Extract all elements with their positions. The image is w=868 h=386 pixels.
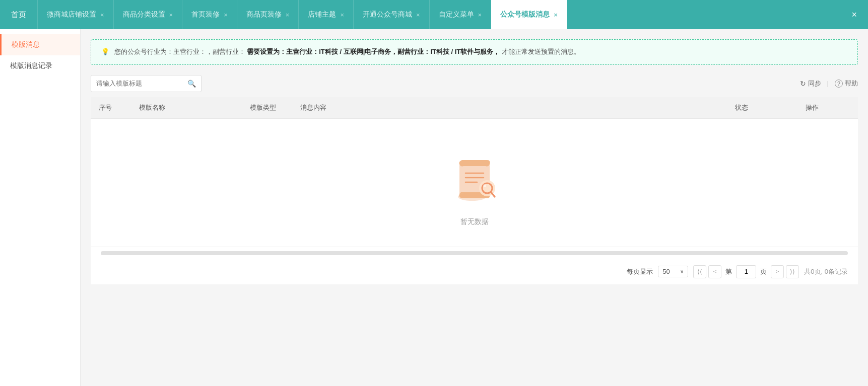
tab-store-theme[interactable]: 店铺主题 × (299, 0, 354, 29)
fake-scrollbar (101, 251, 848, 255)
col-header-no: 序号 (91, 97, 131, 119)
tab-home-label: 首页 (11, 10, 26, 20)
empty-text: 暂无数据 (460, 217, 489, 226)
per-page-select[interactable]: 50 ∨ (658, 266, 688, 277)
search-icon[interactable]: 🔍 (187, 80, 196, 88)
page-nav: ⟨⟨ ＜ 第 页 ＞ ⟩⟩ (693, 265, 799, 278)
empty-illustration (444, 149, 505, 209)
sidebar: 模版消息 模版消息记录 (0, 29, 81, 386)
tab-product-category[interactable]: 商品分类设置 × (114, 0, 183, 29)
tab-store-theme-close[interactable]: × (340, 11, 344, 19)
data-table: 序号 模版名称 模版类型 消息内容 状态 操作 (91, 97, 858, 247)
tab-open-mall-close[interactable]: × (416, 11, 420, 19)
tab-product-decor-label: 商品页装修 (246, 10, 282, 19)
tab-product-category-close[interactable]: × (169, 11, 173, 19)
empty-row: 暂无数据 (91, 118, 858, 247)
page-label: 第 (725, 267, 732, 276)
tab-home-decor-label: 首页装修 (191, 10, 220, 19)
sync-icon: ↻ (800, 80, 806, 88)
tab-template-msg-close[interactable]: × (554, 11, 558, 19)
tab-custom-menu-close[interactable]: × (478, 11, 482, 19)
col-header-content: 消息内容 (292, 97, 727, 119)
help-button[interactable]: ? 帮助 (835, 79, 858, 88)
col-header-name: 模版名称 (131, 97, 242, 119)
tab-product-category-label: 商品分类设置 (123, 10, 165, 19)
notice-highlight: 需要设置为：主营行业：IT科技 / 互联网|电子商务，副营行业：IT科技 / I… (247, 48, 500, 55)
total-info: 共0页, 0条记录 (804, 267, 848, 276)
tab-template-msg-label: 公众号模版消息 (500, 10, 550, 19)
table-wrapper: 序号 模版名称 模版类型 消息内容 状态 操作 (91, 97, 858, 247)
tab-open-mall-label: 开通公众号商城 (363, 10, 412, 19)
sync-button[interactable]: ↻ 同步 (800, 79, 821, 88)
tab-home-decor[interactable]: 首页装修 × (182, 0, 237, 29)
notice-icon: 💡 (101, 48, 109, 55)
sidebar-item-template-message[interactable]: 模版消息 (0, 34, 80, 55)
layout: 模版消息 模版消息记录 💡 您的公众号行业为：主营行业：，副营行业： 需要设置为… (0, 29, 868, 386)
tab-custom-menu-label: 自定义菜单 (439, 10, 474, 19)
col-header-action: 操作 (797, 97, 858, 119)
page-unit: 页 (760, 267, 767, 276)
close-all-button[interactable]: × (840, 10, 868, 20)
notice-banner: 💡 您的公众号行业为：主营行业：，副营行业： 需要设置为：主营行业：IT科技 /… (91, 39, 858, 65)
next-page-button[interactable]: ＞ (771, 265, 784, 278)
empty-state: 暂无数据 (91, 119, 858, 247)
sync-label: 同步 (808, 79, 821, 88)
scrollbar-area[interactable] (91, 247, 858, 259)
per-page-label: 每页显示 (627, 267, 653, 276)
toolbar-right: ↻ 同步 | ? 帮助 (800, 79, 858, 88)
per-page-dropdown-icon: ∨ (680, 269, 684, 274)
tab-custom-menu[interactable]: 自定义菜单 × (430, 0, 492, 29)
help-icon: ? (835, 80, 843, 88)
tab-template-msg[interactable]: 公众号模版消息 × (491, 0, 567, 29)
tab-open-mall[interactable]: 开通公众号商城 × (354, 0, 430, 29)
notice-suffix: 才能正常发送预置的消息。 (502, 48, 580, 55)
tab-store-theme-label: 店铺主题 (308, 10, 336, 19)
per-page-value: 50 (662, 268, 670, 275)
page-input[interactable] (736, 265, 756, 278)
search-input[interactable] (96, 80, 187, 87)
prev-page-button[interactable]: ＜ (708, 265, 721, 278)
last-page-button[interactable]: ⟩⟩ (786, 265, 799, 278)
tab-home[interactable]: 首页 (0, 0, 38, 29)
tab-home-decor-close[interactable]: × (224, 11, 228, 19)
pagination: 每页显示 50 ∨ ⟨⟨ ＜ 第 页 ＞ ⟩⟩ 共0页, 0条记录 (91, 259, 858, 284)
tab-wsc-settings-label: 微商城店铺设置 (47, 10, 96, 19)
svg-point-7 (483, 184, 486, 187)
tab-bar: 首页 微商城店铺设置 × 商品分类设置 × 首页装修 × 商品页装修 × 店铺主… (0, 0, 868, 29)
toolbar: 🔍 ↻ 同步 | ? 帮助 (91, 75, 858, 92)
help-label: 帮助 (845, 79, 858, 88)
tab-product-decor[interactable]: 商品页装修 × (237, 0, 299, 29)
sidebar-item-template-record[interactable]: 模版消息记录 (0, 55, 80, 76)
notice-prefix: 您的公众号行业为：主营行业：，副营行业： (114, 48, 245, 55)
col-header-type: 模版类型 (242, 97, 292, 119)
search-box[interactable]: 🔍 (91, 75, 202, 92)
divider: | (827, 80, 829, 87)
first-page-button[interactable]: ⟨⟨ (693, 265, 706, 278)
tab-wsc-settings[interactable]: 微商城店铺设置 × (38, 0, 114, 29)
col-header-status: 状态 (727, 97, 797, 119)
tab-product-decor-close[interactable]: × (286, 11, 290, 19)
tab-wsc-settings-close[interactable]: × (100, 11, 104, 19)
main-content: 💡 您的公众号行业为：主营行业：，副营行业： 需要设置为：主营行业：IT科技 /… (81, 29, 868, 386)
